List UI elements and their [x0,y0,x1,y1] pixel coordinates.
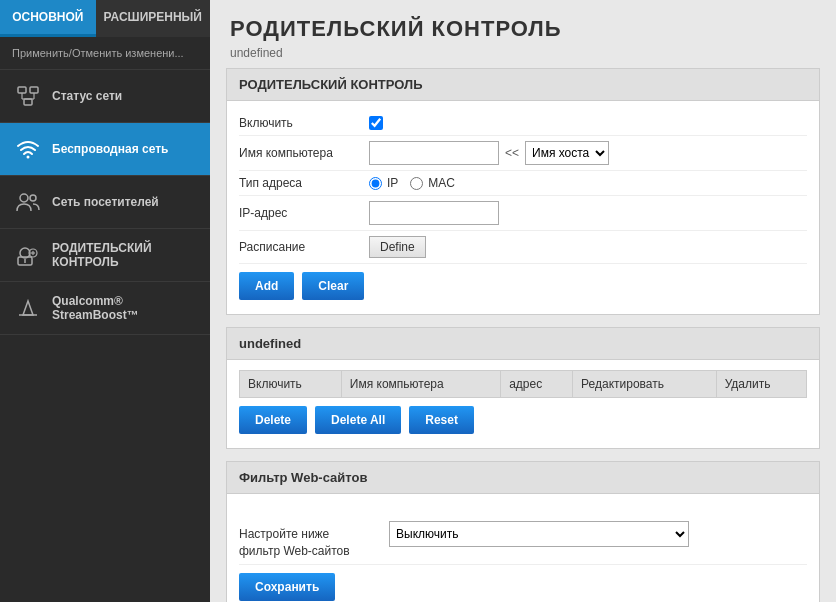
network-icon [14,82,42,110]
tab-advanced[interactable]: РАСШИРЕННЫЙ [96,0,210,37]
mac-label: MAC [428,176,455,190]
col-edit: Редактировать [573,371,717,398]
ip-address-control [369,201,807,225]
sidebar-item-guest-network[interactable]: Сеть посетителей [0,176,210,229]
main-content: РОДИТЕЛЬСКИЙ КОНТРОЛЬ undefined РОДИТЕЛЬ… [210,0,836,602]
parental-control-panel: РОДИТЕЛЬСКИЙ КОНТРОЛЬ Включить Имя компь… [226,68,820,315]
ip-radio-item: IP [369,176,398,190]
computer-name-input[interactable] [369,141,499,165]
parental-btn-row: Add Clear [239,264,807,304]
address-type-radio-group: IP MAC [369,176,455,190]
sidebar-item-label-streamboost: Qualcomm® StreamBoost™ [52,294,196,322]
svg-point-8 [20,194,28,202]
schedule-label: Расписание [239,240,369,254]
svg-rect-0 [18,87,26,93]
sidebar-item-parental-control[interactable]: РОДИТЕЛЬСКИЙ КОНТРОЛЬ [0,229,210,282]
computer-name-row: Имя компьютера << Имя хоста [239,136,807,171]
page-title: РОДИТЕЛЬСКИЙ КОНТРОЛЬ [230,16,816,42]
schedule-control: Define [369,236,807,258]
sidebar-item-label-wireless: Беспроводная сеть [52,142,168,156]
table-panel-body: Включить Имя компьютера адрес Редактиров… [227,360,819,448]
users-icon [14,188,42,216]
col-enable: Включить [240,371,342,398]
delete-button[interactable]: Delete [239,406,307,434]
mac-radio[interactable] [410,177,423,190]
web-filter-panel-header: Фильтр Web-сайтов [227,462,819,494]
sidebar-item-label-parental-control: РОДИТЕЛЬСКИЙ КОНТРОЛЬ [52,241,196,269]
address-type-row: Тип адреса IP MAC [239,171,807,196]
sidebar-item-network-status[interactable]: Статус сети [0,70,210,123]
col-delete: Удалить [716,371,806,398]
parental-control-panel-body: Включить Имя компьютера << Имя хоста [227,101,819,314]
add-button[interactable]: Add [239,272,294,300]
page-header: РОДИТЕЛЬСКИЙ КОНТРОЛЬ undefined [210,0,836,68]
define-button[interactable]: Define [369,236,426,258]
sidebar-item-streamboost[interactable]: Qualcomm® StreamBoost™ [0,282,210,335]
svg-marker-16 [23,301,33,315]
svg-rect-1 [30,87,38,93]
page-subtitle: undefined [230,46,816,60]
wifi-icon [14,135,42,163]
enable-control [369,116,807,130]
enable-label: Включить [239,116,369,130]
boost-icon [14,294,42,322]
hostname-arrow: << [505,146,519,160]
web-filter-row: Настройте ниже фильтр Web-сайтов Выключи… [239,504,807,565]
web-filter-control: Выключить [389,521,807,547]
sidebar: ОСНОВНОЙ РАСШИРЕННЫЙ Применить/Отменить … [0,0,210,602]
table-panel: undefined Включить Имя компьютера адрес … [226,327,820,449]
reset-button[interactable]: Reset [409,406,474,434]
col-computer-name: Имя компьютера [341,371,500,398]
svg-rect-2 [24,99,32,105]
hostname-dropdown[interactable]: Имя хоста [525,141,609,165]
svg-point-7 [27,156,30,159]
col-address: адрес [501,371,573,398]
ip-radio[interactable] [369,177,382,190]
ip-address-label: IP-адрес [239,206,369,220]
web-filter-panel-body: Настройте ниже фильтр Web-сайтов Выключи… [227,494,819,602]
address-type-label: Тип адреса [239,176,369,190]
table-btn-row: Delete Delete All Reset [239,398,807,438]
table-header-row: Включить Имя компьютера адрес Редактиров… [240,371,807,398]
web-filter-label: Настройте ниже фильтр Web-сайтов [239,509,389,559]
web-filter-panel: Фильтр Web-сайтов Настройте ниже фильтр … [226,461,820,602]
save-button[interactable]: Сохранить [239,573,335,601]
delete-all-button[interactable]: Delete All [315,406,401,434]
enable-checkbox[interactable] [369,116,383,130]
mac-radio-item: MAC [410,176,455,190]
ip-address-input[interactable] [369,201,499,225]
sidebar-item-label-network-status: Статус сети [52,89,122,103]
ip-address-row: IP-адрес [239,196,807,231]
lock-icon [14,241,42,269]
clear-button[interactable]: Clear [302,272,364,300]
parental-table: Включить Имя компьютера адрес Редактиров… [239,370,807,398]
tab-main[interactable]: ОСНОВНОЙ [0,0,96,37]
svg-point-9 [30,195,36,201]
computer-name-control: << Имя хоста [369,141,807,165]
sidebar-item-wireless[interactable]: Беспроводная сеть [0,123,210,176]
sidebar-tabs: ОСНОВНОЙ РАСШИРЕННЫЙ [0,0,210,37]
sidebar-item-label-guest-network: Сеть посетителей [52,195,159,209]
enable-row: Включить [239,111,807,136]
address-type-control: IP MAC [369,176,807,190]
table-panel-header: undefined [227,328,819,360]
content-area: РОДИТЕЛЬСКИЙ КОНТРОЛЬ Включить Имя компь… [210,68,836,602]
schedule-row: Расписание Define [239,231,807,264]
web-filter-dropdown[interactable]: Выключить [389,521,689,547]
parental-control-panel-header: РОДИТЕЛЬСКИЙ КОНТРОЛЬ [227,69,819,101]
ip-label: IP [387,176,398,190]
computer-name-label: Имя компьютера [239,146,369,160]
web-filter-btn-row: Сохранить [239,565,807,602]
apply-changes: Применить/Отменить изменени... [0,37,210,70]
